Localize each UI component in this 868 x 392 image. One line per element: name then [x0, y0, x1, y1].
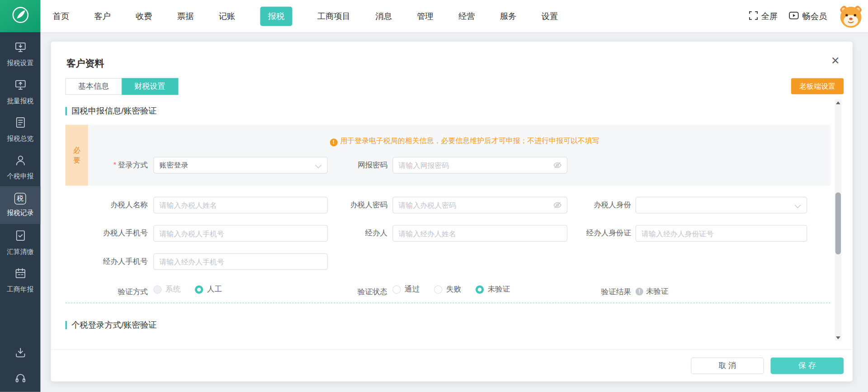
nav-item-management[interactable]: 管理 — [417, 11, 434, 21]
taxpayer-password-label: 办税人密码 — [310, 197, 387, 214]
fullscreen-label: 全屏 — [761, 11, 778, 21]
app-root: 首页 客户 收费 票据 记账 报税 工商项目 消息 管理 经营 服务 设置 全屏 — [0, 0, 868, 392]
nav-item-business-projects[interactable]: 工商项目 — [317, 11, 350, 21]
scrollbar[interactable] — [835, 99, 842, 341]
radio-system[interactable]: 系统 — [153, 284, 180, 294]
sidebar-item-final-settlement[interactable]: 汇算清缴 — [0, 224, 40, 262]
leaf-logo-icon — [11, 5, 30, 27]
verify-result-label: 验证结果 — [553, 287, 631, 297]
dialog-title: 客户资料 — [66, 57, 104, 70]
sidebar-item-label: 批量报税 — [7, 96, 33, 105]
agent-phone-input[interactable] — [153, 253, 328, 270]
nav-item-settings[interactable]: 设置 — [542, 11, 558, 21]
batch-filing-icon — [14, 78, 26, 92]
section-personal-tax: 个税登录方式/账密验证 — [65, 320, 156, 330]
section-marker — [65, 107, 67, 115]
agent-name-input[interactable] — [392, 225, 567, 242]
sidebar-item-label: 报税设置 — [7, 58, 33, 68]
taxpayer-password-input[interactable] — [392, 197, 567, 214]
radio-label: 人工 — [207, 284, 222, 294]
scroll-up-icon[interactable] — [835, 99, 842, 106]
sidebar-item-personal-tax[interactable]: 个税申报 — [0, 148, 40, 186]
sidebar-item-label: 个税申报 — [7, 172, 33, 181]
section-title: 个税登录方式/账密验证 — [71, 320, 157, 330]
required-asterisk: * — [113, 161, 116, 169]
verify-status-group: 通过 失败 未验证 — [392, 284, 524, 295]
support-headset-icon[interactable] — [14, 372, 26, 387]
verify-method-label: 验证方式 — [71, 287, 148, 297]
radio-passed[interactable]: 通过 — [392, 284, 420, 294]
sidebar-item-annual-report[interactable]: 工商年报 — [0, 262, 40, 299]
radio-unverified[interactable]: 未验证 — [476, 284, 510, 294]
settlement-icon — [14, 229, 26, 243]
taxpayer-name-input[interactable] — [153, 197, 328, 214]
radio-failed[interactable]: 失败 — [434, 284, 461, 294]
nav-item-customers[interactable]: 客户 — [94, 11, 111, 21]
sidebar-item-tax-records[interactable]: 税 报税记录 — [0, 186, 40, 224]
app-logo[interactable] — [0, 0, 40, 32]
nav-item-messages[interactable]: 消息 — [375, 11, 392, 21]
tax-record-icon: 税 — [14, 193, 26, 205]
tab-finance-tax-settings[interactable]: 财税设置 — [122, 78, 178, 95]
mascot-avatar[interactable] — [838, 3, 863, 29]
sidebar-item-label: 报税总览 — [7, 134, 33, 143]
topbar-right: 全屏 畅会员 — [749, 3, 868, 29]
agent-phone-label: 经办人手机号 — [71, 253, 148, 270]
scrollbar-track[interactable] — [835, 106, 842, 334]
radio-label: 系统 — [165, 284, 180, 294]
login-method-select[interactable]: 账密登录 — [153, 157, 328, 174]
radio-label: 未验证 — [488, 284, 510, 294]
nav-item-operations[interactable]: 经营 — [458, 11, 475, 21]
nav-item-tax-filing[interactable]: 报税 — [260, 6, 292, 26]
agent-id-input[interactable] — [636, 225, 807, 242]
scrollbar-thumb[interactable] — [835, 192, 841, 254]
radio-dot — [476, 285, 484, 293]
verify-method-group: 系统 人工 — [153, 284, 236, 295]
customer-profile-dialog: 客户资料 ✕ 基本信息 财税设置 老板端设置 国税申报信息/账密验证 必要 !用… — [51, 42, 853, 382]
sidebar-item-tax-overview[interactable]: 报税总览 — [0, 111, 40, 148]
sidebar-item-tax-settings[interactable]: 报税设置 — [0, 35, 40, 73]
sidebar-item-label: 工商年报 — [7, 285, 33, 294]
close-icon[interactable]: ✕ — [828, 54, 843, 68]
boss-side-settings-button[interactable]: 老板端设置 — [791, 78, 844, 95]
verify-result: ! 未验证 — [636, 287, 669, 296]
info-icon: ! — [330, 139, 337, 146]
chevron-down-icon — [795, 202, 801, 208]
taxpayer-phone-input[interactable] — [153, 225, 328, 242]
taxpayer-identity-select[interactable] — [636, 197, 807, 214]
personal-tax-icon — [14, 154, 26, 168]
sidebar-item-batch-filing[interactable]: 批量报税 — [0, 73, 40, 111]
web-password-label: 网报密码 — [310, 157, 387, 174]
section-national-tax: 国税申报信息/账密验证 — [65, 106, 156, 116]
agent-id-label: 经办人身份证 — [553, 225, 631, 242]
nav-item-billing[interactable]: 收费 — [136, 11, 152, 21]
agent-label: 经办人 — [310, 225, 387, 242]
radio-dot — [392, 285, 401, 293]
member-label: 畅会员 — [802, 11, 827, 21]
member-button[interactable]: 畅会员 — [789, 11, 827, 21]
login-method-label: *登录方式 — [71, 157, 148, 174]
main-nav: 首页 客户 收费 票据 记账 报税 工商项目 消息 管理 经营 服务 设置 — [52, 6, 558, 26]
fullscreen-icon — [749, 11, 758, 21]
nav-item-home[interactable]: 首页 — [52, 11, 69, 21]
radio-manual[interactable]: 人工 — [195, 284, 222, 294]
taxpayer-name-label: 办税人名称 — [71, 197, 148, 214]
password-visibility-icon[interactable] — [553, 161, 563, 171]
verify-result-value: 未验证 — [646, 287, 669, 296]
scroll-down-icon[interactable] — [835, 334, 842, 341]
nav-item-invoices[interactable]: 票据 — [177, 11, 194, 21]
annual-report-icon — [14, 267, 26, 281]
nav-item-bookkeeping[interactable]: 记账 — [219, 11, 236, 21]
tax-overview-icon — [14, 116, 26, 130]
nav-item-services[interactable]: 服务 — [500, 11, 517, 21]
login-method-value: 账密登录 — [160, 160, 189, 170]
save-button[interactable]: 保 存 — [770, 357, 844, 374]
web-password-input[interactable] — [392, 157, 567, 174]
fullscreen-button[interactable]: 全屏 — [749, 11, 778, 21]
verify-status-label: 验证状态 — [310, 287, 387, 297]
tab-basic-info[interactable]: 基本信息 — [65, 78, 122, 95]
client-download-icon[interactable] — [14, 346, 26, 361]
sidebar-bottom — [0, 346, 40, 392]
cancel-button[interactable]: 取 消 — [691, 357, 764, 374]
section-divider — [65, 303, 830, 303]
